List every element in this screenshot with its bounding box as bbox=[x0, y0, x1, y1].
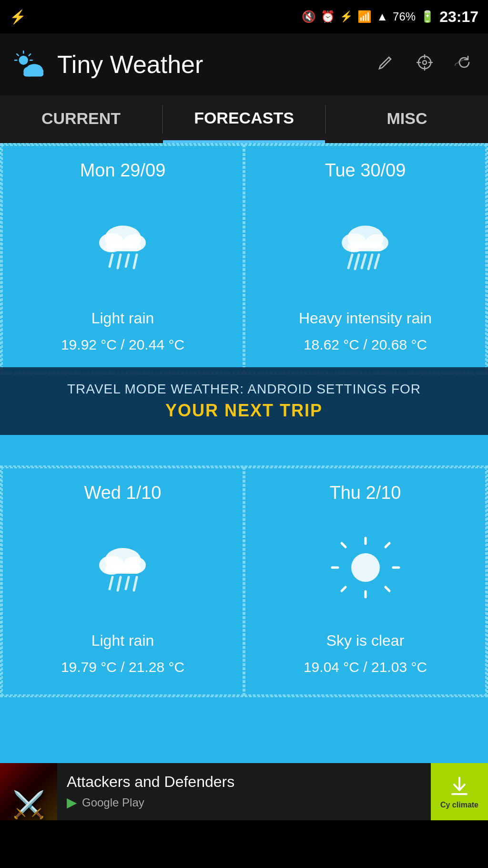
forecast-day-0: Mon 29/09 bbox=[80, 160, 166, 181]
svg-line-29 bbox=[355, 255, 359, 269]
forecast-cell-mon: Mon 29/09 Light rain 19.92 °C / 20.44 °C bbox=[1, 145, 244, 373]
main-content: Mon 29/09 Light rain 19.92 °C / 20.44 °C bbox=[0, 143, 488, 820]
forecast-cell-wed: Wed 1/10 Light rain 19.79 °C / 21.28 °C bbox=[1, 467, 244, 696]
forecast-grid: Mon 29/09 Light rain 19.92 °C / 20.44 °C bbox=[0, 143, 488, 375]
forecast-condition-2: Light rain bbox=[92, 632, 154, 650]
weather-icon-0 bbox=[85, 190, 161, 300]
forecast-row2: Wed 1/10 Light rain 19.79 °C / 21.28 °C … bbox=[0, 465, 488, 697]
forecast-day-3: Thu 2/10 bbox=[330, 483, 401, 503]
svg-line-38 bbox=[118, 577, 121, 590]
wifi-icon: 📶 bbox=[357, 10, 372, 23]
forecast-temp-2: 19.79 °C / 21.28 °C bbox=[61, 659, 184, 680]
location-icon[interactable] bbox=[415, 52, 435, 77]
svg-rect-9 bbox=[23, 72, 43, 77]
mute-icon: 🔇 bbox=[302, 10, 316, 23]
svg-line-22 bbox=[126, 255, 129, 267]
svg-line-48 bbox=[386, 543, 389, 547]
svg-rect-36 bbox=[105, 565, 141, 574]
app-header: Tiny Weather bbox=[0, 33, 488, 95]
svg-line-37 bbox=[110, 577, 112, 589]
forecast-temp-3: 19.04 °C / 21.03 °C bbox=[304, 659, 427, 680]
svg-line-49 bbox=[342, 587, 346, 591]
signal-strength: ▲ bbox=[376, 10, 388, 23]
forecast-condition-1: Heavy intensity rain bbox=[299, 310, 432, 327]
ad-thumbnail: ⚔️ bbox=[0, 763, 57, 820]
tab-misc[interactable]: MISC bbox=[326, 95, 488, 143]
app-title: Tiny Weather bbox=[57, 50, 203, 79]
usb-icon: ⚡ bbox=[10, 9, 26, 25]
edit-icon[interactable] bbox=[376, 52, 396, 77]
ad-text-section: Attackers and Defenders ▶ Google Play bbox=[57, 773, 431, 810]
alarm-icon: ⏰ bbox=[321, 10, 335, 23]
forecast-cell-tue: Tue 30/09 Heavy intensity rain 18.62 bbox=[244, 145, 487, 373]
forecast-day-2: Wed 1/10 bbox=[84, 483, 162, 503]
svg-line-47 bbox=[386, 587, 389, 591]
svg-line-20 bbox=[110, 255, 112, 267]
svg-point-11 bbox=[423, 61, 427, 64]
forecast-temp-0: 19.92 °C / 20.44 °C bbox=[61, 337, 184, 358]
svg-line-21 bbox=[118, 255, 121, 268]
forecast-cell-thu: Thu 2/10 Sky is clear 19.04 °C / 21.0 bbox=[244, 467, 487, 696]
ad-title: Attackers and Defenders bbox=[67, 773, 421, 791]
svg-line-31 bbox=[368, 255, 372, 269]
battery-icon: 🔋 bbox=[420, 10, 435, 23]
svg-line-46 bbox=[342, 543, 346, 547]
tab-bar: CURRENT FORECASTS MISC bbox=[0, 95, 488, 143]
header-icons bbox=[376, 52, 474, 77]
ad-brand-label: Cy climate bbox=[440, 800, 478, 809]
weather-icon-1 bbox=[327, 190, 404, 300]
ad-download-button[interactable]: Cy climate bbox=[431, 763, 488, 820]
travel-banner-highlight: YOUR NEXT TRIP bbox=[10, 401, 478, 421]
svg-line-30 bbox=[362, 255, 366, 268]
svg-line-2 bbox=[29, 54, 31, 56]
tab-forecasts[interactable]: FORECASTS bbox=[163, 95, 325, 143]
svg-point-41 bbox=[351, 553, 380, 582]
travel-banner[interactable]: TRAVEL MODE WEATHER: ANDROID SETTINGS FO… bbox=[0, 367, 488, 435]
svg-line-28 bbox=[348, 255, 352, 268]
forecast-temp-1: 18.62 °C / 20.68 °C bbox=[304, 337, 427, 358]
app-title-section: Tiny Weather bbox=[14, 48, 203, 81]
svg-line-23 bbox=[134, 255, 137, 268]
status-time: 23:17 bbox=[439, 8, 478, 26]
tab-current[interactable]: CURRENT bbox=[0, 95, 162, 143]
weather-icon-2 bbox=[85, 513, 161, 622]
svg-rect-27 bbox=[347, 243, 384, 251]
status-bar: ⚡ 🔇 ⏰ ⚡ 📶 ▲ 76% 🔋 23:17 bbox=[0, 0, 488, 33]
svg-line-40 bbox=[134, 577, 137, 590]
battery-percent: 76% bbox=[393, 10, 416, 23]
forecast-condition-0: Light rain bbox=[92, 310, 154, 327]
svg-point-0 bbox=[20, 56, 28, 65]
ad-subtitle: ▶ Google Play bbox=[67, 795, 421, 810]
ad-thumb-image: ⚔️ bbox=[0, 763, 57, 820]
svg-line-4 bbox=[17, 54, 19, 56]
weather-icon-3 bbox=[327, 513, 404, 622]
bluetooth-icon: ⚡ bbox=[340, 10, 353, 23]
svg-rect-19 bbox=[105, 243, 141, 251]
ad-banner[interactable]: ⚔️ Attackers and Defenders ▶ Google Play… bbox=[0, 763, 488, 820]
ad-store-label: Google Play bbox=[82, 796, 144, 809]
play-store-logo: ▶ bbox=[67, 795, 77, 810]
refresh-icon[interactable] bbox=[454, 52, 474, 77]
forecast-day-1: Tue 30/09 bbox=[325, 160, 406, 181]
forecast-condition-3: Sky is clear bbox=[326, 632, 405, 650]
download-icon bbox=[447, 774, 471, 798]
svg-line-32 bbox=[375, 255, 379, 268]
svg-line-39 bbox=[126, 577, 129, 589]
app-logo bbox=[14, 48, 48, 81]
travel-banner-text: TRAVEL MODE WEATHER: ANDROID SETTINGS FO… bbox=[10, 382, 478, 397]
